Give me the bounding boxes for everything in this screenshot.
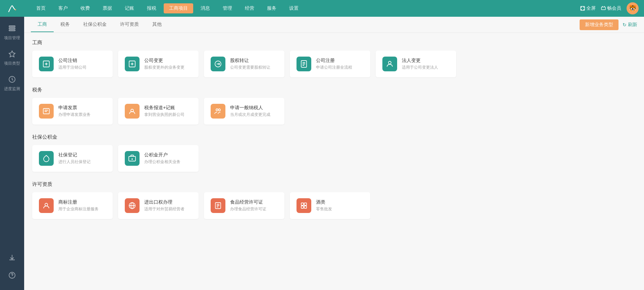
card-text-liquor: 酒类 零售批发: [316, 199, 332, 212]
cards-grid-shebao: 社保登记 进行人员社保登记 公积金开户 办理公积金相关业务: [32, 145, 636, 172]
svg-rect-14: [43, 108, 49, 114]
nav-tax[interactable]: 报税: [142, 3, 162, 13]
card-desc-company-cancel: 适用于注销公司: [58, 65, 87, 70]
nav-settings[interactable]: 设置: [284, 3, 304, 13]
card-desc-tax-report: 拿到营业执照的新公司: [144, 112, 184, 118]
card-text-legal-change: 法人变更 适用于公司变更法人: [402, 58, 438, 70]
svg-marker-6: [9, 51, 15, 57]
nav-customer[interactable]: 客户: [53, 3, 73, 13]
nav-business[interactable]: 工商项目: [164, 3, 193, 13]
card-text-tax-report: 税务报道+记账 拿到营业执照的新公司: [144, 105, 184, 118]
sidebar-item-project-type[interactable]: 项目类型: [0, 46, 24, 71]
tab-other[interactable]: 其他: [146, 17, 168, 32]
sidebar-bottom: [0, 249, 24, 290]
svg-point-16: [216, 109, 218, 111]
card-title-provident-fund: 公积金开户: [144, 152, 180, 158]
card-title-liquor: 酒类: [316, 199, 332, 205]
card-liquor[interactable]: 酒类 零售批发: [290, 192, 370, 219]
svg-rect-2: [601, 7, 605, 10]
download-icon: [8, 254, 16, 262]
sidebar-label-project-manage: 项目管理: [4, 35, 20, 41]
card-company-change[interactable]: 公司变更 股权变更外的业务变更: [118, 51, 199, 77]
sidebar-label-progress: 进度监测: [4, 86, 20, 92]
new-type-button[interactable]: 新增业务类型: [580, 19, 619, 30]
card-desc-social-insurance: 进行人员社保登记: [58, 159, 91, 165]
card-title-general-taxpayer: 申请一般纳税人: [230, 105, 270, 111]
section-title-gongshang: 工商: [32, 40, 636, 46]
card-text-trademark: 商标注册 用于企业商标注册服务: [58, 199, 99, 212]
svg-rect-3: [9, 26, 15, 27]
card-icon-social-insurance: [39, 151, 54, 166]
section-title-shebao: 社保公积金: [32, 134, 636, 140]
content-scroll: 工商 公司注销 适用于注销公司: [24, 33, 644, 290]
sidebar-label-project-type: 项目类型: [4, 61, 20, 66]
nav-service[interactable]: 服务: [262, 3, 282, 13]
card-title-social-insurance: 社保登记: [58, 152, 91, 158]
card-text-apply-invoice: 申请发票 办理申请发票业务: [58, 105, 91, 118]
card-title-food-license: 食品经营许可证: [230, 199, 266, 205]
svg-rect-5: [9, 30, 15, 31]
tab-shuiwu[interactable]: 税务: [54, 17, 76, 32]
card-import-export[interactable]: 进出口权办理 适用于对外贸易经营者: [118, 192, 199, 219]
user-avatar[interactable]: 🐯: [627, 2, 639, 14]
sidebar-help[interactable]: [0, 267, 24, 285]
nav-message[interactable]: 消息: [195, 3, 215, 13]
section-gongshang: 工商 公司注销 适用于注销公司: [32, 40, 636, 77]
card-icon-trademark: [39, 198, 54, 213]
card-title-apply-invoice: 申请发票: [58, 105, 91, 111]
card-general-taxpayer[interactable]: 申请一般纳税人 当月或次月成变更完成: [204, 98, 284, 125]
tab-gongshang[interactable]: 工商: [31, 17, 54, 32]
card-icon-company-change: [125, 57, 140, 71]
sidebar-download[interactable]: [0, 249, 24, 267]
nav-home[interactable]: 首页: [31, 3, 51, 13]
card-company-register[interactable]: 公司注册 申请公司注册全流程: [290, 51, 370, 77]
card-icon-food-license: [211, 198, 225, 213]
tab-shebao[interactable]: 社保公积金: [76, 17, 113, 32]
card-apply-invoice[interactable]: 申请发票 办理申请发票业务: [32, 98, 113, 125]
card-desc-equity-transfer: 公司变更需要股权转让: [230, 65, 270, 70]
sidebar-item-project-manage[interactable]: 项目管理: [0, 20, 24, 46]
nav-menu: 首页 客户 收费 票据 记账 报税 工商项目 消息 管理 经营 服务 设置: [25, 0, 580, 17]
card-icon-legal-change: [382, 57, 397, 71]
tabs-header: 工商 税务 社保公积金 许可资质 其他 新增业务类型 ↻ 刷新: [24, 17, 644, 33]
card-tax-report[interactable]: 税务报道+记账 拿到营业执照的新公司: [118, 98, 199, 125]
svg-point-17: [218, 109, 220, 111]
card-title-company-register: 公司注册: [316, 58, 352, 64]
card-icon-equity-transfer: [211, 57, 225, 71]
nav-accounting[interactable]: 记账: [119, 3, 140, 13]
card-legal-change[interactable]: 法人变更 适用于公司变更法人: [376, 51, 456, 77]
member-button[interactable]: 畅会员: [601, 5, 621, 11]
card-trademark[interactable]: 商标注册 用于企业商标注册服务: [32, 192, 113, 219]
cards-grid-shuiwu: 申请发票 办理申请发票业务 税务报道+记账 拿到营业执照的新公司: [32, 98, 636, 125]
card-social-insurance[interactable]: 社保登记 进行人员社保登记: [32, 145, 113, 172]
card-provident-fund[interactable]: 公积金开户 办理公积金相关业务: [118, 145, 199, 172]
card-text-equity-transfer: 股权转让 公司变更需要股权转让: [230, 58, 270, 70]
card-title-import-export: 进出口权办理: [144, 199, 184, 205]
project-manage-icon: [8, 25, 16, 34]
refresh-button[interactable]: ↻ 刷新: [623, 22, 637, 28]
section-title-xuke: 许可资质: [32, 181, 636, 188]
section-shebao: 社保公积金 社保登记 进行人员社保登记: [32, 134, 636, 172]
card-text-company-change: 公司变更 股权变更外的业务变更: [144, 58, 184, 70]
sidebar-item-progress[interactable]: 进度监测: [0, 71, 24, 96]
card-icon-liquor: [297, 198, 311, 213]
project-type-icon: [8, 50, 16, 59]
nav-operation[interactable]: 经营: [239, 3, 260, 13]
card-food-license[interactable]: 食品经营许可证 办理食品经营许可证: [204, 192, 284, 219]
help-icon: [8, 272, 16, 280]
card-desc-general-taxpayer: 当月或次月成变更完成: [230, 112, 270, 118]
card-icon-general-taxpayer: [211, 104, 225, 119]
card-equity-transfer[interactable]: 股权转让 公司变更需要股权转让: [204, 51, 284, 77]
fullscreen-button[interactable]: 全屏: [580, 5, 596, 11]
tab-xuke[interactable]: 许可资质: [113, 17, 146, 32]
card-desc-food-license: 办理食品经营许可证: [230, 206, 266, 212]
card-desc-company-change: 股权变更外的业务变更: [144, 65, 184, 70]
card-icon-tax-report: [125, 104, 140, 119]
card-icon-apply-invoice: [39, 104, 54, 119]
card-company-cancel[interactable]: 公司注销 适用于注销公司: [32, 51, 113, 77]
card-desc-trademark: 用于企业商标注册服务: [58, 206, 99, 212]
nav-fee[interactable]: 收费: [75, 3, 95, 13]
card-icon-company-register: [297, 57, 311, 71]
nav-ticket[interactable]: 票据: [97, 3, 117, 13]
nav-manage[interactable]: 管理: [217, 3, 237, 13]
